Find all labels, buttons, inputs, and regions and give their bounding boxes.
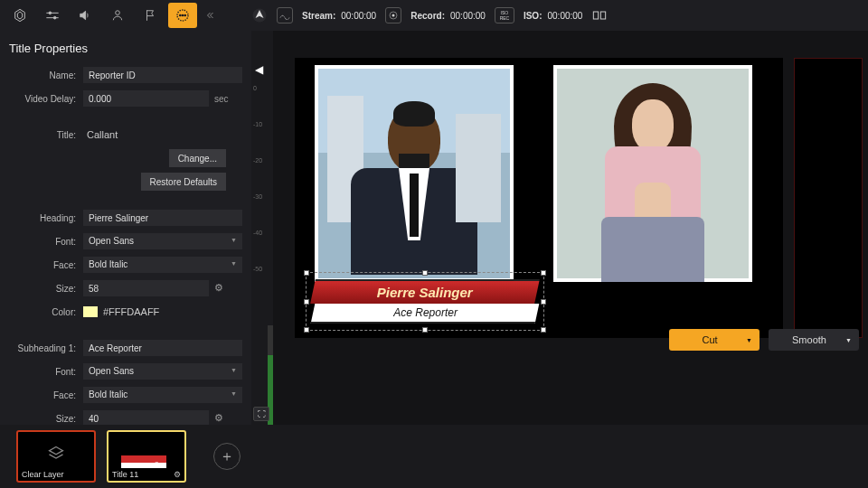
resize-handle[interactable] (541, 299, 546, 305)
name-label: Name: (9, 70, 83, 80)
lower-third-title[interactable]: Pierre Salinger Ace Reporter (313, 279, 537, 324)
logo-icon[interactable] (4, 0, 36, 31)
sub-size-gear-icon[interactable]: ⚙ (214, 412, 227, 425)
iso-status: ISO: 00:00:00 (524, 11, 583, 21)
ruler-tick: -10 (253, 121, 262, 127)
ruler-tick: 0 (253, 85, 257, 91)
svg-point-6 (116, 11, 120, 15)
restore-defaults-button[interactable]: Restore Defaults (141, 173, 226, 191)
title-tool-icon[interactable] (168, 3, 197, 28)
svg-point-10 (184, 14, 185, 15)
resize-handle[interactable] (304, 299, 309, 305)
title-label: Title: (9, 130, 83, 140)
subheading-input[interactable] (83, 340, 242, 356)
secondary-canvas[interactable] (794, 58, 863, 338)
heading-font-label: Font: (9, 237, 83, 247)
lower-third-subtitle: Ace Reporter (311, 304, 540, 324)
heading-label: Heading: (9, 213, 83, 223)
heading-color-hex: #FFFDAAFF (103, 306, 159, 317)
thumb-label: Title 11 (112, 470, 138, 479)
svg-point-8 (180, 14, 181, 15)
iso-label: ISO: (524, 11, 542, 21)
record-status: Record: 00:00:00 (410, 11, 486, 21)
transition-buttons: Cut Smooth (669, 329, 859, 351)
app-logo-icon[interactable] (251, 7, 268, 23)
svg-point-3 (49, 12, 52, 14)
heading-input[interactable] (83, 210, 242, 226)
ruler-tick: -40 (253, 230, 262, 236)
name-input[interactable] (83, 67, 242, 83)
resize-handle[interactable] (304, 270, 309, 276)
heading-color-label: Color: (9, 307, 83, 317)
thumb-label: Clear Layer (22, 470, 64, 479)
settings-sliders-icon[interactable] (36, 0, 69, 31)
video-delay-input[interactable] (83, 90, 209, 107)
resize-handle[interactable] (541, 270, 546, 276)
sub-size-label: Size: (9, 414, 83, 424)
title-value: Callant (83, 129, 118, 140)
resize-handle[interactable] (422, 327, 428, 333)
layer-strip: Clear Layer ↖ Title 11 ⚙ ＋ (0, 425, 868, 488)
sub-face-label: Face: (9, 390, 83, 400)
record-label: Record: (410, 11, 445, 21)
change-button[interactable]: Change... (169, 149, 226, 167)
svg-point-13 (392, 14, 395, 17)
preview-canvas[interactable]: Pierre Salinger Ace Reporter (295, 58, 783, 338)
audio-ruler: ◀ 0 -10 -20 -30 -40 -50 ⛶ (251, 31, 273, 425)
play-icon[interactable]: ◀ (255, 63, 263, 76)
heading-face-select[interactable]: Bold Italic (83, 257, 242, 273)
title-properties-panel: Title Properties Name: Video Delay: sec … (0, 31, 251, 425)
ruler-tick: -30 (253, 193, 262, 200)
layers-icon (46, 445, 66, 463)
svg-point-5 (53, 16, 56, 19)
snap-button[interactable]: ⛶ (253, 407, 269, 421)
sub-face-select[interactable]: Bold Italic (83, 387, 242, 403)
heading-size-label: Size: (9, 284, 83, 294)
stream-label: Stream: (302, 11, 335, 21)
add-layer-button[interactable]: ＋ (213, 443, 241, 470)
heading-size-gear-icon[interactable]: ⚙ (214, 282, 227, 295)
panel-title: Title Properties (9, 42, 242, 55)
layout-icon[interactable] (591, 7, 608, 23)
sub-size-input[interactable] (83, 410, 209, 425)
heading-font-select[interactable]: Open Sans (83, 233, 242, 249)
resize-handle[interactable] (541, 327, 546, 333)
toolbar-icon-group (0, 0, 221, 31)
subheading-label: Subheading 1: (9, 343, 83, 353)
sub-font-label: Font: (9, 367, 83, 377)
svg-rect-14 (594, 12, 599, 19)
heading-color-swatch[interactable] (83, 306, 98, 317)
title-11-thumb[interactable]: ↖ Title 11 ⚙ (107, 430, 186, 483)
ruler-tick: -20 (253, 157, 262, 164)
top-toolbar: Stream: 00:00:00 Record: 00:00:00 ISO RE… (0, 0, 868, 31)
clear-layer-thumb[interactable]: Clear Layer (16, 430, 96, 483)
guest-image (557, 69, 749, 278)
collapse-panel-icon[interactable] (199, 0, 221, 31)
stream-status: Stream: 00:00:00 (302, 11, 376, 21)
lower-third-name: Pierre Salinger (310, 279, 540, 304)
toolbar-status-group: Stream: 00:00:00 Record: 00:00:00 ISO RE… (251, 7, 608, 23)
svg-marker-1 (17, 12, 22, 19)
reporter-image (318, 69, 510, 278)
shot-left (315, 65, 514, 282)
preview-area: ◀ 0 -10 -20 -30 -40 -50 ⛶ (251, 31, 868, 425)
heading-face-label: Face: (9, 260, 83, 270)
thumb-gear-icon[interactable]: ⚙ (174, 470, 181, 479)
video-delay-unit: sec (214, 94, 229, 104)
stream-icon[interactable] (277, 7, 293, 23)
smooth-button[interactable]: Smooth (769, 329, 859, 351)
svg-point-9 (182, 14, 183, 15)
iso-time: 00:00:00 (547, 11, 582, 21)
person-icon[interactable] (101, 0, 134, 31)
iso-badge[interactable]: ISO REC (495, 7, 514, 23)
record-icon[interactable] (385, 7, 401, 23)
heading-size-input[interactable] (83, 280, 209, 296)
audio-icon[interactable] (69, 0, 101, 31)
flag-icon[interactable] (134, 0, 166, 31)
ruler-tick: -50 (253, 266, 262, 272)
svg-marker-0 (15, 9, 25, 21)
sub-font-select[interactable]: Open Sans (83, 363, 242, 380)
cut-button[interactable]: Cut (669, 329, 760, 351)
video-delay-label: Video Delay: (9, 94, 83, 104)
resize-handle[interactable] (304, 327, 309, 333)
